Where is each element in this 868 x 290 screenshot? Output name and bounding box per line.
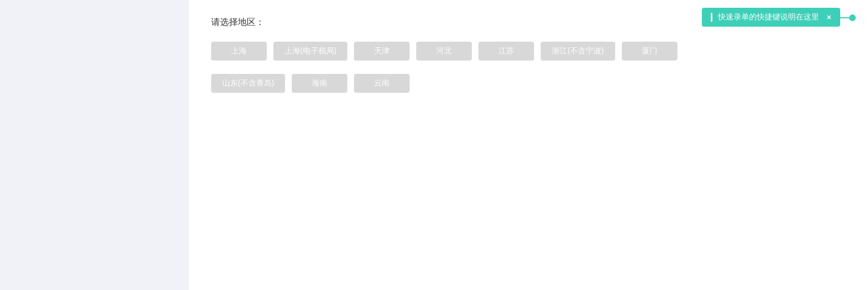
region-btn-tianjin[interactable]: 天津 [354, 42, 410, 61]
left-sidebar [0, 0, 189, 290]
region-btn-xiamen[interactable]: 厦门 [622, 42, 677, 61]
region-btn-jiangsu[interactable]: 江苏 [478, 42, 534, 61]
tooltip-connector-line [839, 17, 849, 18]
main-content: 请选择地区： 上海 上海(电子税局) 天津 河北 江苏 浙江(不含宁波) 厦门 … [189, 0, 868, 290]
tooltip-text: 快速录单的快捷键说明在这里 [718, 12, 819, 22]
region-btn-hainan[interactable]: 海南 [292, 74, 347, 93]
region-btn-shanghai-etax[interactable]: 上海(电子税局) [273, 42, 347, 61]
region-btn-hebei[interactable]: 河北 [416, 42, 472, 61]
tooltip-dot-indicator [849, 14, 856, 21]
tooltip-close-button[interactable]: × [827, 13, 831, 22]
region-btn-yunnan[interactable]: 云南 [354, 74, 410, 93]
region-btn-shandong[interactable]: 山东(不含青岛) [211, 74, 285, 93]
region-buttons-container: 上海 上海(电子税局) 天津 河北 江苏 浙江(不含宁波) 厦门 山东(不含青岛… [211, 42, 846, 93]
tooltip-banner: 快速录单的快捷键说明在这里 × [702, 8, 840, 27]
region-btn-zhejiang[interactable]: 浙江(不含宁波) [541, 42, 615, 61]
region-btn-shanghai[interactable]: 上海 [211, 42, 267, 61]
